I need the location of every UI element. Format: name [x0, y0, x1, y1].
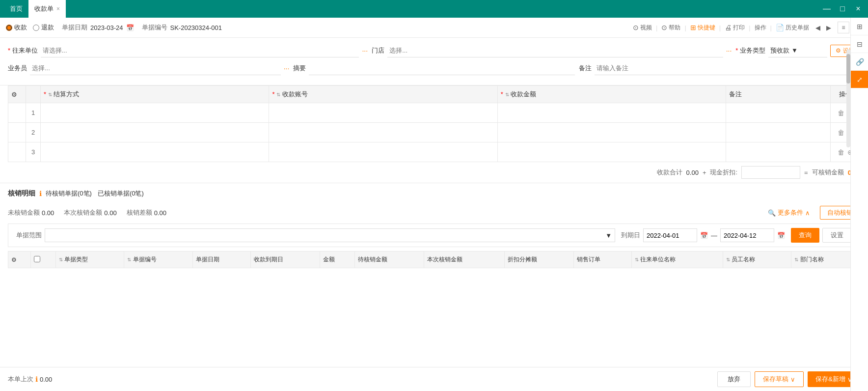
nav-home[interactable]: 首页: [4, 0, 28, 18]
verification-section: 核销明细 ℹ 待核销单据(0笔) 已核销单据(0笔) 未核销金额 0.00 本次…: [0, 183, 868, 223]
list-view-btn[interactable]: ≡: [838, 22, 849, 33]
store-more-icon[interactable]: ···: [726, 47, 732, 55]
remark-cell-2[interactable]: [726, 123, 831, 142]
row-num-2: 2: [26, 123, 41, 142]
right-sidebar: ⊞ ⊟ 🔗 ⤢: [850, 18, 868, 391]
delete-row-3-icon[interactable]: 🗑: [838, 148, 844, 156]
remark-cell-1[interactable]: [726, 103, 831, 123]
footer-actions: 放弃 保存草稿 ∨ 保存&新增 ∨: [717, 371, 860, 387]
history-icon: 📄: [776, 24, 784, 31]
store-input[interactable]: [387, 44, 723, 57]
settlement-cell-1[interactable]: [41, 103, 269, 123]
save-draft-button[interactable]: 保存草稿 ∨: [755, 371, 804, 387]
save-draft-chevron: ∨: [790, 376, 795, 383]
business-type-select[interactable]: 预收款 ▼: [768, 44, 827, 57]
sidebar-table-icon[interactable]: ⊞: [851, 18, 868, 35]
bt-employee-header: ⇅ 员工名称: [723, 251, 791, 268]
bt-gear-header[interactable]: ⚙: [8, 251, 31, 268]
delete-row-1-icon[interactable]: 🗑: [838, 109, 844, 117]
partner-input[interactable]: [41, 44, 359, 57]
scrollbar-track[interactable]: [846, 49, 850, 147]
help-action[interactable]: ⊙ 帮助: [661, 24, 680, 32]
amount-cell-3[interactable]: [497, 142, 726, 162]
date-from-cal-icon[interactable]: 📅: [700, 232, 708, 239]
sidebar-list-icon[interactable]: ⊟: [851, 35, 868, 53]
account-cell-2[interactable]: [269, 123, 497, 142]
verification-tabs: 待核销单据(0笔) 已核销单据(0笔): [46, 189, 144, 198]
remark-cell-3[interactable]: [726, 142, 831, 162]
abandon-button[interactable]: 放弃: [717, 371, 751, 387]
pending-tab[interactable]: 待核销单据(0笔): [46, 189, 92, 198]
next-arrow[interactable]: ▶: [824, 23, 834, 32]
remark-header: 备注: [726, 86, 831, 103]
settlement-cell-2[interactable]: [41, 123, 269, 142]
form-row-1: * 往来单位 ··· 门店 ··· * 业务类型 预收款 ▼: [8, 44, 860, 57]
bt-bill-no-header: ⇅ 单据编号: [124, 251, 193, 268]
chevron-up-icon: ∧: [805, 209, 810, 217]
radio-receive[interactable]: 收款: [6, 23, 27, 32]
minimize-icon[interactable]: —: [821, 3, 833, 15]
salesman-input[interactable]: [30, 61, 281, 75]
sidebar-attachment-icon[interactable]: 🔗: [851, 53, 868, 71]
nav-tab-receipt[interactable]: 收款单 ×: [28, 0, 66, 18]
remarks-input[interactable]: [595, 61, 860, 75]
range-select[interactable]: ▼: [45, 228, 615, 242]
amount-header: * ⇅ 收款金额: [497, 86, 726, 103]
summary-label: 摘要: [293, 64, 306, 73]
account-cell-1[interactable]: [269, 103, 497, 123]
verification-info-icon[interactable]: ℹ: [39, 190, 42, 197]
footer-info-icon[interactable]: ℹ: [35, 375, 38, 383]
sep5: |: [770, 24, 772, 31]
prev-arrow[interactable]: ◀: [813, 23, 823, 32]
net-label: 可核销金额: [812, 168, 844, 177]
print-action[interactable]: 🖨 打印: [725, 24, 745, 32]
select-all-checkbox[interactable]: [34, 256, 40, 262]
discount-input[interactable]: [741, 166, 800, 179]
plus-label: +: [703, 169, 706, 176]
close-window-icon[interactable]: ×: [852, 3, 864, 15]
video-action[interactable]: ⊙ 视频: [633, 24, 652, 32]
operation-action[interactable]: 操作: [755, 24, 766, 32]
close-tab-icon[interactable]: ×: [56, 5, 60, 12]
radio-refund[interactable]: 退款: [33, 23, 54, 32]
maximize-icon[interactable]: □: [837, 3, 848, 15]
partner-more-icon[interactable]: ···: [362, 47, 368, 55]
window-controls: — □ ×: [821, 3, 864, 15]
settlement-cell-3[interactable]: [41, 142, 269, 162]
bill-date-info: 单据日期 2023-03-24 📅: [62, 23, 134, 32]
remarks-label: 备注: [579, 64, 592, 73]
shortcut-action[interactable]: ⊞ 快捷键: [690, 24, 715, 32]
gear-column-header[interactable]: ⚙: [8, 86, 26, 103]
history-action[interactable]: 📄 历史单据: [776, 24, 809, 32]
current-stat: 本次核销金额 0.00: [64, 208, 116, 217]
query-button[interactable]: 查询: [791, 228, 819, 243]
verification-table: ⚙ ⇅ 单据类型 ⇅ 单据编号 单据日期 收款到期日: [8, 251, 860, 268]
date-to-input[interactable]: [720, 228, 774, 242]
amount-cell-2[interactable]: [497, 123, 726, 142]
more-conditions-btn[interactable]: 🔍 更多条件 ∧: [768, 208, 810, 217]
date-to-cal-icon[interactable]: 📅: [777, 232, 785, 239]
filter-settings-button[interactable]: 设置: [822, 228, 852, 243]
summary-input[interactable]: [309, 61, 574, 75]
amount-cell-1[interactable]: [497, 103, 726, 123]
date-value: 2023-03-24: [90, 24, 123, 31]
salesman-more-icon[interactable]: ···: [284, 64, 290, 72]
bt-amount-header: 金额: [320, 251, 354, 268]
receipt-table: ⚙ * ⇅ 结算方式 * ⇅ 收款账号 * ⇅ 收款: [8, 85, 860, 162]
scrollbar-thumb[interactable]: [846, 54, 850, 84]
table-row: 2 🗑 ⊕: [8, 123, 860, 142]
diff-stat: 核销差额 0.00: [127, 208, 166, 217]
row-num-header: [26, 86, 41, 103]
sep4: |: [749, 24, 750, 31]
row-num-3: 3: [26, 142, 41, 162]
done-tab[interactable]: 已核销单据(0笔): [98, 189, 144, 198]
partner-label: * 往来单位: [8, 46, 38, 55]
sep3: |: [719, 24, 721, 31]
dropdown-arrow-icon: ▼: [791, 47, 798, 54]
sidebar-expand-icon[interactable]: ⤢: [851, 71, 868, 88]
delete-row-2-icon[interactable]: 🗑: [838, 129, 844, 137]
date-from-input[interactable]: [643, 228, 697, 242]
account-cell-3[interactable]: [269, 142, 497, 162]
calendar-icon[interactable]: 📅: [126, 24, 134, 31]
business-type-label: * 业务类型: [735, 46, 765, 55]
